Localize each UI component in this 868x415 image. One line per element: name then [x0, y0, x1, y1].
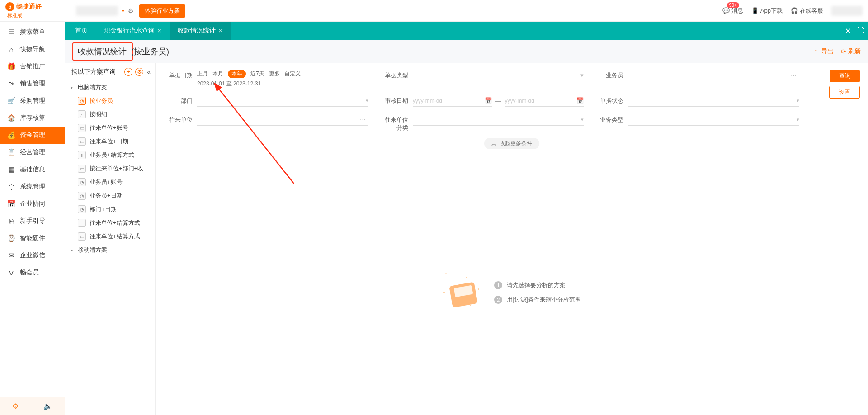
tree-group-pc[interactable]: ▾ 电脑端方案	[68, 80, 152, 94]
sidenav-item-0[interactable]: ☰搜索菜单	[0, 24, 65, 41]
filter-dept-select[interactable]: ▾	[197, 95, 368, 107]
date-tab[interactable]: 本年	[228, 70, 246, 78]
sidenav-item-13[interactable]: ✉企业微信	[0, 247, 65, 264]
org-selector[interactable]: ▾ ⚙	[76, 6, 134, 16]
scheme-item-3[interactable]: ▭往来单位+日期	[74, 135, 152, 148]
scheme-item-label: 往来单位+账号	[90, 124, 128, 132]
settings-icon[interactable]: ⚙	[12, 402, 19, 410]
scheme-item-icon: ⋰	[78, 110, 86, 118]
empty-state: 1请先选择要分析的方案 2用[过滤]条件来缩小分析范围	[156, 152, 868, 415]
date-tab[interactable]: 更多	[269, 70, 280, 78]
scheme-item-1[interactable]: ⋰按明细	[74, 108, 152, 121]
empty-step-1-text: 请先选择要分析的方案	[507, 281, 566, 289]
sidenav-item-11[interactable]: ⎘新手引导	[0, 212, 65, 230]
scheme-item-label: 部门+日期	[90, 205, 117, 213]
app-download-button[interactable]: 📱 App下载	[751, 7, 783, 15]
scheme-item-5[interactable]: ▭按往来单位+部门+收…	[74, 162, 152, 175]
gear-icon[interactable]: ⚙	[128, 7, 134, 14]
sidenav-item-1[interactable]: ⌂快捷导航	[0, 41, 65, 58]
export-button[interactable]: ⭱导出	[813, 47, 834, 56]
sidenav-item-5[interactable]: 🏠库存核算	[0, 109, 65, 127]
collapse-panel-button[interactable]: «	[147, 68, 151, 75]
date-tab[interactable]: 自定义	[284, 70, 301, 78]
tab-2[interactable]: 收款情况统计✕	[170, 22, 231, 40]
sidenav-item-2[interactable]: 🎁营销推广	[0, 58, 65, 75]
filter-biz-type-label: 业务类型	[594, 114, 623, 124]
sidenav-item-7[interactable]: 📋经营管理	[0, 144, 65, 161]
close-icon[interactable]: ✕	[218, 28, 222, 34]
audit-date-from-input[interactable]	[413, 98, 450, 104]
nav-icon: 📅	[7, 200, 15, 208]
audit-date-to-input[interactable]	[505, 98, 542, 104]
scheme-item-icon: ◔	[78, 192, 86, 200]
filter-partner: 往来单位 ⋯	[164, 114, 368, 126]
filter-doc-status-select[interactable]: ▾	[628, 95, 799, 107]
sidenav-item-6[interactable]: 💰资金管理	[0, 127, 65, 144]
scheme-item-10[interactable]: ▭往来单位+结算方式	[74, 230, 152, 243]
filter-doc-type-select[interactable]: ▾	[413, 70, 584, 81]
scheme-item-2[interactable]: ▭往来单位+账号	[74, 121, 152, 135]
scheme-item-7[interactable]: ◔业务员+日期	[74, 189, 152, 203]
filter-salesman-select[interactable]: ⋯	[628, 70, 799, 81]
scheme-item-4[interactable]: ⫿业务员+结算方式	[74, 148, 152, 162]
scheme-item-0[interactable]: ◔按业务员	[74, 94, 152, 108]
nav-label: 智能硬件	[20, 234, 45, 242]
tree-group-mobile[interactable]: ▸ 移动端方案	[68, 243, 152, 257]
chevron-down-icon: ▾	[797, 98, 799, 104]
sidenav-item-8[interactable]: ▦基础信息	[0, 161, 65, 178]
scheme-settings-button[interactable]: ⚙	[135, 68, 143, 76]
audit-date-from[interactable]: 📅	[413, 95, 492, 107]
collapse-filters-button[interactable]: ︽ 收起更多条件	[484, 138, 539, 149]
date-range-tabs[interactable]: 上月本月本年近7天更多自定义	[197, 70, 368, 78]
sidenav-item-3[interactable]: 🛍销售管理	[0, 75, 65, 92]
tab-label: 现金银行流水查询	[104, 27, 155, 35]
messages-button[interactable]: 💬 消息 99+	[722, 7, 743, 15]
sound-icon[interactable]: 🔈	[43, 402, 52, 410]
title-bar: 收款情况统计 (按业务员) ⭱导出 ⟳刷新	[65, 40, 868, 63]
scheme-item-9[interactable]: ⋰往来单位+结算方式	[74, 216, 152, 230]
fullscreen-icon[interactable]: ⛶	[857, 27, 864, 35]
sidenav-item-14[interactable]: V畅会员	[0, 264, 65, 281]
tree-group-pc-label: 电脑端方案	[78, 83, 107, 91]
user-menu[interactable]	[831, 6, 863, 16]
close-all-tabs-icon[interactable]: ✕	[845, 27, 851, 35]
date-tab[interactable]: 本月	[212, 70, 223, 78]
refresh-button[interactable]: ⟳刷新	[841, 47, 861, 56]
query-button[interactable]: 查询	[830, 70, 860, 82]
app-header: 6 畅捷通好 标准版 ▾ ⚙ 体验行业方案 💬 消息 99+ 📱 App下载 🎧…	[0, 0, 868, 22]
filter-doc-status-label: 单据状态	[594, 95, 623, 105]
tab-1[interactable]: 现金银行流水查询✕	[96, 22, 170, 40]
chevron-down-icon: ▾	[366, 98, 368, 104]
filter-partner-cat-select[interactable]: ▾	[413, 114, 584, 126]
nav-icon: 🎁	[7, 62, 15, 71]
sidenav-item-10[interactable]: 📅企业协同	[0, 195, 65, 212]
scheme-panel: 按以下方案查询 + ⚙ « ▾ 电脑端方案 ◔按业务员⋰按明细▭往来单位+账号▭…	[65, 63, 156, 415]
tab-0[interactable]: 首页	[67, 22, 96, 40]
sidenav-item-4[interactable]: 🛒采购管理	[0, 92, 65, 109]
sidenav-item-9[interactable]: ◌系统管理	[0, 178, 65, 195]
scheme-item-label: 业务员+账号	[90, 178, 123, 186]
support-button[interactable]: 🎧 在线客服	[791, 7, 823, 15]
scheme-item-label: 按往来单位+部门+收…	[90, 165, 149, 173]
date-tab[interactable]: 近7天	[250, 70, 264, 78]
experience-button[interactable]: 体验行业方案	[139, 4, 185, 18]
scheme-item-8[interactable]: ◔部门+日期	[74, 203, 152, 216]
scheme-item-icon: ◔	[78, 97, 86, 105]
scheme-item-6[interactable]: ◔业务员+账号	[74, 175, 152, 189]
filter-doc-type: 单据类型 ▾	[379, 70, 584, 81]
sidenav-item-12[interactable]: ⌚智能硬件	[0, 230, 65, 247]
date-tab[interactable]: 上月	[197, 70, 208, 78]
filter-biz-type-select[interactable]: ▾	[628, 114, 799, 126]
settings-button[interactable]: 设置	[829, 86, 860, 99]
empty-step-2-text: 用[过滤]条件来缩小分析范围	[507, 296, 580, 304]
close-icon[interactable]: ✕	[157, 28, 161, 34]
tab-bar: 首页现金银行流水查询✕收款情况统计✕ ✕ ⛶	[65, 22, 868, 40]
scheme-item-icon: ▭	[78, 165, 86, 173]
filter-audit-date: 审核日期 📅 — 📅	[379, 95, 584, 107]
audit-date-to[interactable]: 📅	[505, 95, 584, 107]
scheme-item-label: 往来单位+结算方式	[90, 219, 140, 227]
filter-partner-select[interactable]: ⋯	[197, 114, 368, 126]
logo: 6 畅捷通好 标准版	[5, 2, 65, 19]
add-scheme-button[interactable]: +	[124, 68, 132, 76]
scheme-item-icon: ⫿	[78, 151, 86, 159]
